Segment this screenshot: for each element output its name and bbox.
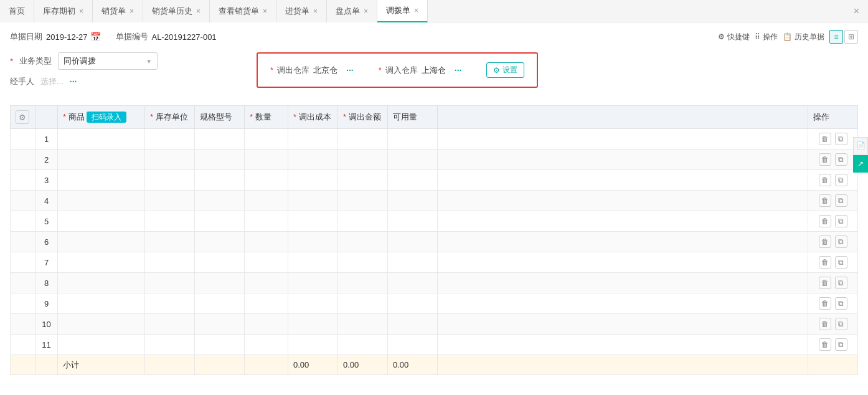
copy-icon-8[interactable]: ⧉ xyxy=(835,277,847,289)
out-warehouse-more-btn[interactable]: ··· xyxy=(346,65,354,75)
biz-type-select[interactable]: 同价调拨 ▼ xyxy=(58,52,158,70)
out-warehouse-value[interactable]: 北京仓 xyxy=(313,65,337,76)
calendar-icon[interactable]: 📅 xyxy=(90,32,101,42)
table-row: 5 🗑 ⧉ xyxy=(11,211,858,232)
in-warehouse-value[interactable]: 上海仓 xyxy=(422,65,446,76)
settings-button[interactable]: ⚙ 设置 xyxy=(486,62,524,78)
in-warehouse-group: * 调入仓库 上海仓 ··· xyxy=(379,65,462,76)
manager-more-btn[interactable]: ··· xyxy=(70,77,77,87)
shortcut-label: 快捷键 xyxy=(727,32,750,42)
row-goods-2[interactable] xyxy=(58,150,145,170)
tab-sales-close[interactable]: × xyxy=(130,7,134,16)
tab-inventory-init-close[interactable]: × xyxy=(79,7,83,16)
copy-icon-7[interactable]: ⧉ xyxy=(835,256,847,269)
manager-input[interactable]: 选择... xyxy=(40,76,64,87)
table-row: 4 🗑 ⧉ xyxy=(11,191,858,211)
tab-inventory-init-label: 库存期初 xyxy=(43,6,75,17)
copy-icon-2[interactable]: ⧉ xyxy=(835,153,847,166)
tab-home[interactable]: 首页 xyxy=(0,0,34,22)
tab-sales-history-close[interactable]: × xyxy=(196,7,200,16)
tab-transfer[interactable]: 调拨单 × xyxy=(377,0,428,22)
delete-icon-9[interactable]: 🗑 xyxy=(819,297,831,310)
row-cost-1[interactable] xyxy=(288,129,338,150)
row-avail-2 xyxy=(388,150,438,170)
row-spec-1[interactable] xyxy=(195,129,245,150)
settings-gear-icon: ⚙ xyxy=(493,66,500,75)
subtotal-row: 小计 0.00 0.00 0.00 xyxy=(11,355,858,375)
table-row: 3 🗑 ⧉ xyxy=(11,170,858,191)
delete-icon-7[interactable]: 🗑 xyxy=(819,256,831,269)
operation-btn[interactable]: ⠿ 操作 xyxy=(755,32,778,42)
row-spec-2[interactable] xyxy=(195,150,245,170)
table-gear-icon[interactable]: ⚙ xyxy=(16,110,29,124)
tab-view-sales-label: 查看销货单 xyxy=(219,6,259,17)
copy-icon-11[interactable]: ⧉ xyxy=(835,338,847,351)
items-table: ⚙ * 商品 扫码录入 * 库存单位 规格型号 * 数量 xyxy=(10,105,858,375)
delete-icon-10[interactable]: 🗑 xyxy=(819,318,831,330)
copy-icon-9[interactable]: ⧉ xyxy=(835,297,847,310)
grid-view-icon[interactable]: ⊞ xyxy=(844,30,858,44)
copy-icon-4[interactable]: ⧉ xyxy=(835,194,847,207)
delete-icon-4[interactable]: 🗑 xyxy=(819,194,831,207)
row-num-2: 2 xyxy=(35,150,58,170)
operation-label: 操作 xyxy=(763,32,778,42)
tab-inventory-check-label: 盘点单 xyxy=(336,6,360,17)
tab-inventory-init[interactable]: 库存期初 × xyxy=(34,0,93,22)
copy-icon-10[interactable]: ⧉ xyxy=(835,318,847,330)
row-qty-1[interactable] xyxy=(245,129,288,150)
in-warehouse-more-btn[interactable]: ··· xyxy=(455,65,462,75)
manager-row: 经手人 选择... ··· xyxy=(10,76,247,87)
delete-icon-1[interactable]: 🗑 xyxy=(819,133,831,145)
table-row: 1 🗑 ⧉ xyxy=(11,129,858,150)
row-op-2: 🗑 ⧉ xyxy=(808,150,858,170)
view-toggle[interactable]: ≡ ⊞ xyxy=(829,30,858,44)
delete-icon-5[interactable]: 🗑 xyxy=(819,215,831,227)
table-row: 10 🗑 ⧉ xyxy=(11,314,858,335)
table-wrapper: ⚙ * 商品 扫码录入 * 库存单位 规格型号 * 数量 xyxy=(10,105,858,375)
tab-bar-close-btn[interactable]: × xyxy=(845,6,868,17)
copy-icon-3[interactable]: ⧉ xyxy=(835,174,847,186)
row-unit-2[interactable] xyxy=(145,150,195,170)
history-label: 历史单据 xyxy=(795,32,824,42)
tab-sales[interactable]: 销货单 × xyxy=(93,0,143,22)
shortcut-btn[interactable]: ⚙ 快捷键 xyxy=(718,32,750,42)
tab-view-sales-close[interactable]: × xyxy=(263,7,267,16)
list-view-icon[interactable]: ≡ xyxy=(829,30,843,44)
tab-sales-label: 销货单 xyxy=(101,6,126,17)
tab-transfer-label: 调拨单 xyxy=(386,5,410,16)
row-goods-1[interactable] xyxy=(58,129,145,150)
side-export-icon[interactable]: ↗ xyxy=(853,155,868,173)
row-amount-1[interactable] xyxy=(338,129,388,150)
biz-type-label: 业务类型 xyxy=(19,55,52,67)
copy-icon-6[interactable]: ⧉ xyxy=(835,236,847,248)
delete-icon-3[interactable]: 🗑 xyxy=(819,174,831,186)
tab-purchase[interactable]: 进货单 × xyxy=(276,0,327,22)
copy-icon-1[interactable]: ⧉ xyxy=(835,133,847,145)
doc-num-label: 单据编号 xyxy=(116,31,148,42)
in-warehouse-label: 调入仓库 xyxy=(385,65,418,76)
row-cost-2[interactable] xyxy=(288,150,338,170)
out-warehouse-required: * xyxy=(270,65,273,75)
scan-btn[interactable]: 扫码录入 xyxy=(87,112,126,123)
tab-sales-history[interactable]: 销货单历史 × xyxy=(143,0,210,22)
row-amount-2[interactable] xyxy=(338,150,388,170)
delete-icon-8[interactable]: 🗑 xyxy=(819,277,831,289)
out-warehouse-label: 调出仓库 xyxy=(277,65,309,76)
delete-icon-2[interactable]: 🗑 xyxy=(819,153,831,166)
table-row: 6 🗑 ⧉ xyxy=(11,232,858,252)
tab-inventory-check-close[interactable]: × xyxy=(364,7,368,16)
col-header-cost: * 调出成本 xyxy=(288,106,338,129)
row-qty-2[interactable] xyxy=(245,150,288,170)
copy-icon-5[interactable]: ⧉ xyxy=(835,215,847,227)
delete-icon-11[interactable]: 🗑 xyxy=(819,338,831,351)
history-btn[interactable]: 📋 历史单据 xyxy=(783,32,824,42)
subtotal-label: 小计 xyxy=(63,360,79,369)
tab-inventory-check[interactable]: 盘点单 × xyxy=(327,0,377,22)
tab-view-sales[interactable]: 查看销货单 × xyxy=(210,0,276,22)
tab-transfer-close[interactable]: × xyxy=(414,6,418,15)
delete-icon-6[interactable]: 🗑 xyxy=(819,236,831,248)
row-unit-1[interactable] xyxy=(145,129,195,150)
out-warehouse-group: * 调出仓库 北京仓 ··· xyxy=(270,65,354,76)
tab-purchase-close[interactable]: × xyxy=(313,7,318,16)
side-doc-icon[interactable]: 📄 xyxy=(853,137,868,155)
